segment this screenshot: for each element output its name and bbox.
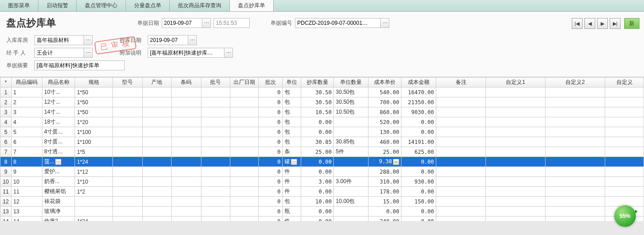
cell[interactable] [112, 137, 142, 147]
cell[interactable] [436, 97, 486, 107]
col-header[interactable]: 成本单价 [369, 78, 401, 88]
cell[interactable]: 150.00 [401, 197, 436, 207]
col-header[interactable]: 单位 [283, 78, 301, 88]
cell[interactable]: 0 [259, 167, 283, 177]
cell[interactable]: 860.00 [369, 107, 401, 117]
cell[interactable]: 4 [11, 117, 42, 127]
cell[interactable] [171, 88, 201, 97]
cell[interactable]: 0 [259, 147, 283, 157]
cell[interactable] [605, 137, 644, 147]
cell[interactable]: 9 [11, 167, 42, 177]
cell[interactable] [201, 88, 230, 97]
cell[interactable] [486, 127, 546, 137]
cell[interactable] [230, 177, 259, 187]
cell[interactable]: 0 [259, 117, 283, 127]
cell[interactable] [486, 167, 546, 177]
cell[interactable]: 1*10 [75, 177, 113, 187]
table-row[interactable]: 1010奶香...1*100件3.003.00件310.00930.00 [0, 177, 644, 187]
tab-4[interactable]: 批次商品库存查询 [170, 0, 230, 11]
cell[interactable] [546, 177, 605, 187]
cell[interactable] [334, 127, 369, 137]
cell[interactable] [436, 157, 486, 167]
cell[interactable]: 8 [0, 157, 12, 167]
cell[interactable] [171, 177, 201, 187]
cell[interactable]: 菠...⋯ [42, 157, 75, 167]
cell[interactable]: 12 [0, 197, 12, 207]
cell[interactable]: 奶香... [42, 177, 75, 187]
cell[interactable] [112, 187, 142, 197]
cell[interactable]: 9030.00 [401, 107, 436, 117]
cell[interactable] [201, 207, 230, 217]
tab-3[interactable]: 分量盘点单 [126, 0, 170, 11]
col-header[interactable]: 规格 [75, 78, 113, 88]
cell[interactable] [334, 157, 369, 167]
cell[interactable] [486, 88, 546, 97]
cell[interactable] [605, 107, 644, 117]
cell[interactable]: 520.00 [369, 117, 401, 127]
cell[interactable]: 0 [259, 157, 283, 167]
cell[interactable] [546, 147, 605, 157]
cell[interactable] [546, 88, 605, 97]
cell[interactable]: 700.00 [369, 97, 401, 107]
cell[interactable]: 625.00 [401, 147, 436, 157]
cell[interactable]: 1*5 [75, 147, 113, 157]
cell[interactable] [142, 97, 171, 107]
cell[interactable] [546, 107, 605, 117]
table-row[interactable]: 1111樱桃果馅1*20件0.00178.000.00 [0, 187, 644, 197]
cell[interactable]: 0.00 [301, 117, 334, 127]
cell[interactable]: 1*12 [75, 167, 113, 177]
cell[interactable]: 9.38⋯ [369, 157, 401, 167]
cell[interactable]: 7 [0, 147, 12, 157]
cell[interactable] [546, 117, 605, 127]
cell[interactable]: 0 [259, 177, 283, 187]
cell[interactable] [486, 107, 546, 117]
cell[interactable] [230, 167, 259, 177]
cell[interactable]: 25.00 [301, 147, 334, 157]
cell[interactable]: 0 [259, 197, 283, 207]
table-row[interactable]: 1414作废21*240件0.00240.000.00 [0, 217, 644, 221]
cell[interactable]: 1*20 [75, 117, 113, 127]
cell[interactable]: 瓶 [283, 207, 301, 217]
cell[interactable]: 30.85 [301, 137, 334, 147]
cell[interactable] [486, 217, 546, 221]
cell[interactable]: 6 [0, 137, 12, 147]
table-row[interactable]: 1212裱花袋0包10.0010.00包15.00150.00 [0, 197, 644, 207]
cell[interactable] [436, 147, 486, 157]
cell[interactable]: 14 [11, 217, 42, 221]
cell[interactable] [201, 137, 230, 147]
cell[interactable]: 0.00 [301, 187, 334, 197]
cell[interactable] [605, 117, 644, 127]
cell[interactable]: 2 [11, 97, 42, 107]
grid-wrap[interactable]: *商品编码商品名称规格型号产地条码批号出厂日期批次单位抄库数量单位数量成本单价成… [0, 77, 644, 221]
cell[interactable]: 件 [283, 217, 301, 221]
cell[interactable] [486, 177, 546, 187]
bill-time-input[interactable] [214, 18, 250, 28]
cell[interactable]: 0.00 [401, 187, 436, 197]
cell[interactable]: 0.00 [301, 157, 334, 167]
cell[interactable] [201, 127, 230, 137]
cell[interactable]: 10.50 [301, 107, 334, 117]
col-header[interactable]: 抄库数量 [301, 78, 334, 88]
cell[interactable] [436, 197, 486, 207]
cell[interactable]: 0 [259, 127, 283, 137]
summary-input[interactable] [34, 60, 125, 70]
table-row[interactable]: 1313玻璃净0瓶0.000.000.00 [0, 207, 644, 217]
cell[interactable] [605, 147, 644, 157]
cell[interactable] [546, 137, 605, 147]
cell[interactable] [201, 197, 230, 207]
cell[interactable]: 条 [283, 147, 301, 157]
nav-first-button[interactable]: |◀ [572, 18, 583, 29]
cell[interactable] [486, 147, 546, 157]
cell[interactable]: 4寸蛋... [42, 127, 75, 137]
cell[interactable] [142, 167, 171, 177]
cell[interactable]: 13 [11, 207, 42, 217]
cell[interactable] [142, 217, 171, 221]
cell[interactable] [334, 117, 369, 127]
cell[interactable] [201, 217, 230, 221]
cell[interactable]: 240.00 [369, 217, 401, 221]
table-row[interactable]: 88菠...⋯1*240罐⋯0.009.38⋯0.00 [0, 157, 644, 167]
cell[interactable] [486, 157, 546, 167]
cell[interactable] [436, 127, 486, 137]
cell[interactable] [230, 217, 259, 221]
cell[interactable] [436, 107, 486, 117]
